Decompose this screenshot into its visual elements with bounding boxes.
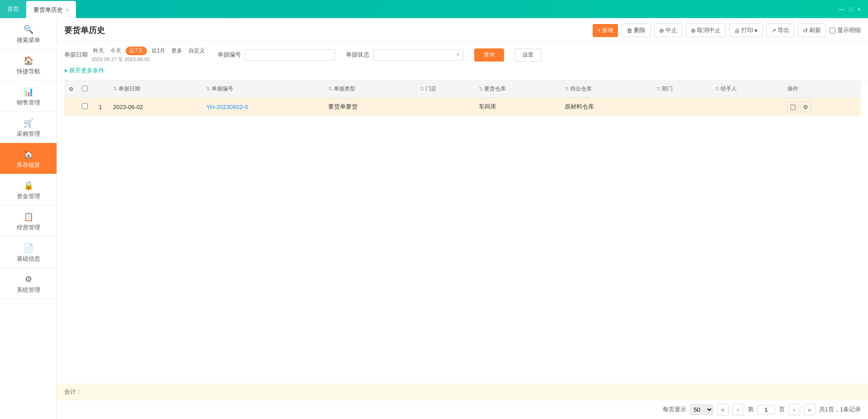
- sidebar: 🔍 搜索菜单 🏠 快捷导航 📊 销售管理 🛒 采购管理 🏠 库存核算 🔒 资金管…: [0, 18, 57, 419]
- sidebar-item-sales[interactable]: 📊 销售管理: [0, 81, 57, 112]
- row-checkbox-cell: [78, 98, 91, 116]
- expand-more[interactable]: ▾ 展开更多条件: [64, 67, 861, 75]
- sidebar-item-search[interactable]: 🔍 搜索菜单: [0, 18, 57, 49]
- date-tab-custom[interactable]: 自定义: [187, 47, 207, 55]
- settings-button[interactable]: 设置: [515, 48, 541, 62]
- docno-label: 单据编号: [217, 51, 241, 59]
- sales-icon: 📊: [24, 87, 33, 97]
- expand-more-icon: ▾: [64, 67, 67, 74]
- docno-input[interactable]: [245, 49, 335, 61]
- per-page-label: 每页显示: [663, 405, 686, 414]
- delete-button[interactable]: 🗑 删除: [622, 24, 651, 37]
- col-date[interactable]: 单据日期: [109, 81, 203, 98]
- table-header-row: ⚙ 单据日期 单据编号 单据类型 门店 要货仓库 待出仓库 部门 经手人 操: [64, 81, 861, 98]
- display-detail-checkbox[interactable]: [830, 28, 835, 33]
- window-minimize-btn[interactable]: —: [839, 6, 845, 13]
- row-pending-warehouse: 原材料仓库: [561, 98, 653, 116]
- sidebar-item-basic[interactable]: 📄 基础信息: [0, 237, 57, 268]
- tab-home[interactable]: 首页: [0, 0, 26, 18]
- col-docno[interactable]: 单据编号: [203, 81, 325, 98]
- filter-row: 单据日期 昨天 今天 近7天 近1月 更多 自定义 2023-05-27 至 2…: [64, 47, 861, 63]
- col-checkbox: [78, 81, 91, 98]
- date-tab-more[interactable]: 更多: [170, 47, 184, 55]
- col-store[interactable]: 门店: [416, 81, 475, 98]
- next-page-btn[interactable]: ›: [788, 404, 800, 415]
- status-label: 单据状态: [346, 51, 369, 59]
- sidebar-item-purchase-label: 采购管理: [17, 130, 40, 138]
- col-num: [91, 81, 109, 98]
- refresh-label: 刷新: [809, 26, 821, 34]
- search-button[interactable]: 查询: [474, 48, 504, 62]
- select-all-checkbox[interactable]: [82, 86, 88, 91]
- action-btns: 📋 ⚙: [788, 101, 857, 112]
- stop-icon: ⊗: [659, 27, 664, 34]
- row-docno-link[interactable]: YH-20230602-0: [206, 104, 248, 110]
- export-button[interactable]: ↗ 导出: [766, 24, 794, 37]
- date-filter: 昨天 今天 近7天 近1月 更多 自定义 2023-05-27 至 2023-0…: [91, 47, 207, 63]
- first-page-btn[interactable]: «: [717, 404, 729, 415]
- home-icon: 🏠: [24, 56, 33, 66]
- display-detail-checkbox-wrap[interactable]: 显示明细: [830, 26, 861, 34]
- total-info: 共1页，1条记录: [819, 405, 861, 414]
- refresh-button[interactable]: ↺ 刷新: [798, 24, 826, 37]
- sidebar-item-quicknav[interactable]: 🏠 快捷导航: [0, 49, 57, 81]
- sidebar-item-system[interactable]: ⚙ 系统管理: [0, 268, 57, 299]
- page-input[interactable]: [757, 405, 775, 414]
- inventory-icon: 🏠: [24, 149, 33, 159]
- date-tab-1month[interactable]: 近1月: [150, 47, 167, 55]
- per-page-select[interactable]: 20 50 100 200: [690, 405, 713, 415]
- row-actions: 📋 ⚙: [784, 98, 861, 116]
- sidebar-item-purchase[interactable]: 🛒 采购管理: [0, 112, 57, 143]
- delete-icon: 🗑: [627, 27, 632, 34]
- date-tab-today[interactable]: 今天: [108, 47, 123, 55]
- table-body: 1 2023-06-02 YH-20230602-0 要货单要货 车间库 原材料…: [64, 98, 861, 116]
- col-settings[interactable]: ⚙: [64, 81, 78, 98]
- print-icon: 🖨: [734, 27, 740, 34]
- status-select[interactable]: [373, 49, 463, 61]
- toolbar: + 新增 🗑 删除 ⊗ 中止 ⊗ 取消中止 🖨 打印 ▾: [593, 24, 861, 37]
- col-dept[interactable]: 部门: [653, 81, 712, 98]
- tab-history-label: 要货单历史: [33, 6, 63, 14]
- sidebar-item-finance[interactable]: 🔒 资金管理: [0, 174, 57, 205]
- finance-icon: 🔒: [24, 181, 33, 190]
- tab-close-icon[interactable]: ×: [66, 7, 69, 13]
- print-button[interactable]: 🖨 打印 ▾: [729, 24, 763, 37]
- sidebar-item-quicknav-label: 快捷导航: [17, 67, 40, 76]
- sidebar-item-operation[interactable]: 📋 经营管理: [0, 205, 57, 237]
- tab-history[interactable]: 要货单历史 ×: [26, 1, 76, 19]
- stop-button[interactable]: ⊗ 中止: [654, 24, 682, 37]
- refresh-icon: ↺: [803, 27, 808, 34]
- row-detail-icon[interactable]: ⚙: [800, 101, 811, 112]
- table-container: ⚙ 单据日期 单据编号 单据类型 门店 要货仓库 待出仓库 部门 经手人 操: [57, 81, 868, 384]
- date-range-text: 2023-05-27 至 2023-06-02: [91, 56, 207, 63]
- page-header: 要货单历史 + 新增 🗑 删除 ⊗ 中止 ⊗ 取消中止 🖨 打印: [57, 18, 868, 41]
- col-handler[interactable]: 经手人: [712, 81, 784, 98]
- purchase-icon: 🛒: [24, 118, 33, 128]
- table-footer: 合计：: [57, 384, 868, 400]
- filter-area: 单据日期 昨天 今天 近7天 近1月 更多 自定义 2023-05-27 至 2…: [57, 41, 868, 81]
- col-req-warehouse[interactable]: 要货仓库: [475, 81, 561, 98]
- sidebar-item-inventory[interactable]: 🏠 库存核算: [0, 143, 57, 174]
- top-tabs: 首页 要货单历史 ×: [0, 0, 839, 18]
- col-pending-warehouse[interactable]: 待出仓库: [561, 81, 653, 98]
- date-tab-yesterday[interactable]: 昨天: [91, 47, 106, 55]
- page-label: 第: [748, 405, 754, 414]
- window-maximize-btn[interactable]: □: [849, 6, 853, 13]
- status-filter-group: 单据状态: [346, 49, 463, 61]
- row-date: 2023-06-02: [109, 98, 203, 116]
- content-area: 要货单历史 + 新增 🗑 删除 ⊗ 中止 ⊗ 取消中止 🖨 打印: [57, 18, 868, 419]
- cancel-stop-button[interactable]: ⊗ 取消中止: [686, 24, 726, 37]
- new-button[interactable]: + 新增: [593, 24, 618, 37]
- last-page-btn[interactable]: »: [804, 404, 816, 415]
- stop-label: 中止: [665, 26, 677, 34]
- top-bar-right: — □ ×: [839, 6, 868, 13]
- docno-filter-group: 单据编号: [217, 49, 335, 61]
- page-unit: 页: [779, 405, 785, 414]
- date-tab-7days[interactable]: 近7天: [126, 47, 147, 55]
- window-close-btn[interactable]: ×: [857, 6, 861, 13]
- row-checkbox[interactable]: [82, 103, 88, 109]
- row-edit-icon[interactable]: 📋: [788, 101, 798, 112]
- prev-page-btn[interactable]: ‹: [732, 404, 744, 415]
- col-doctype[interactable]: 单据类型: [325, 81, 416, 98]
- sidebar-item-search-label: 搜索菜单: [17, 36, 40, 44]
